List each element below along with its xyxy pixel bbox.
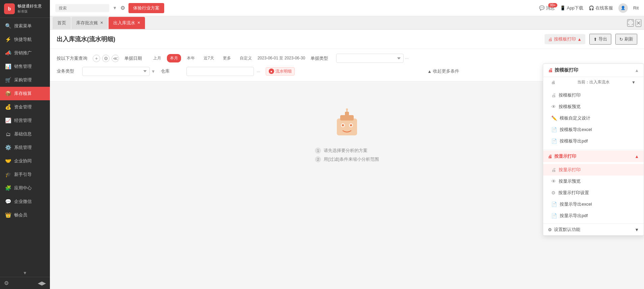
app-download-btn[interactable]: 📱 App下载	[560, 5, 583, 11]
tab-home[interactable]: 首页	[53, 17, 71, 29]
dropdown-template-items: 🖨 按模板打印 👁 按模板预览 ✏️ 模板自定义设计 📄 按模板导出excel …	[543, 87, 644, 149]
display-settings-icon: ⚙	[551, 190, 556, 195]
online-service-label: 在线客服	[595, 5, 613, 11]
dropdown-display-excel[interactable]: 📄 按显示导出excel	[543, 199, 644, 210]
export-btn[interactable]: ⬆ 导出	[589, 34, 611, 45]
collapse-sidebar-icon[interactable]: ◀▶	[38, 280, 46, 286]
filter-biz-chevron-icon[interactable]: ▼	[151, 69, 155, 74]
sidebar-item-inventory[interactable]: 📦 库存核算	[0, 87, 50, 100]
template-preview-item-icon: 👁	[551, 104, 556, 109]
dropdown-display-section-header[interactable]: 🖨 按显示打印 ▲	[543, 151, 644, 162]
dropdown-template-design[interactable]: ✏️ 模板自定义设计	[543, 112, 644, 124]
sidebar-item-operations[interactable]: 📈 经营管理	[0, 114, 50, 127]
filter-biz-select[interactable]	[82, 67, 150, 76]
dropdown-display-preview[interactable]: 👁 按显示预览	[543, 176, 644, 187]
warehouse-more-icon[interactable]: ···	[257, 69, 260, 74]
avatar: 👤	[618, 3, 628, 13]
dropdown-template-print[interactable]: 🖨 按模板打印	[543, 89, 644, 101]
dropdown-template-excel[interactable]: 📄 按模板导出excel	[543, 124, 644, 135]
printer-header-icon: 🖨	[548, 68, 553, 73]
dropdown-template-preview[interactable]: 👁 按模板预览	[543, 101, 644, 112]
filter-type-select[interactable]	[336, 54, 404, 63]
date-shortcut-this-year[interactable]: 本年	[184, 54, 198, 62]
filter-warehouse-input[interactable]	[186, 67, 254, 76]
tab-flow-label: 出入库流水	[113, 20, 135, 26]
template-design-item-label: 模板自定义设计	[560, 115, 590, 121]
sidebar-item-system[interactable]: ⚙️ 系统管理	[0, 141, 50, 154]
industry-btn[interactable]: 体验行业方案	[128, 3, 164, 13]
sidebar-item-search[interactable]: 🔍 搜索菜单	[0, 19, 50, 33]
sidebar-scroll-down[interactable]: ▼	[0, 269, 50, 277]
username-label[interactable]: Rit	[633, 5, 639, 10]
export-icon: ⬆	[593, 37, 597, 42]
sidebar-item-base[interactable]: 🗂 基础信息	[0, 127, 50, 141]
sidebar-item-quicknav[interactable]: ⚡ 快捷导航	[0, 33, 50, 46]
default-func-icon: ⚙	[548, 227, 552, 232]
sidebar-item-apps-label: 应用中心	[14, 185, 32, 191]
default-func-chevron: ▼	[635, 227, 639, 232]
sidebar-item-wechat[interactable]: 💬 企业微信	[0, 195, 50, 208]
sidebar-item-purchase[interactable]: 🛒 采购管理	[0, 73, 50, 87]
tab-flow[interactable]: 出入库流水 ✕	[109, 17, 145, 29]
collapse-more-btn[interactable]: ▲ 收起更多条件	[427, 68, 459, 74]
sidebar-item-member[interactable]: 👑 畅会员	[0, 208, 50, 222]
sidebar-item-finance[interactable]: 💰 资金管理	[0, 100, 50, 114]
window-close-btn[interactable]: ✕	[636, 19, 641, 27]
sidebar-item-marketing[interactable]: 📣 营销推广	[0, 46, 50, 60]
display-print-label: 按显示打印	[559, 167, 581, 173]
template-print-btn[interactable]: 🖨 按模板打印 ▲	[545, 34, 585, 44]
collab-icon: 🤝	[5, 158, 11, 164]
dropdown-header: 🖨 按模板打印 ▲	[543, 64, 644, 77]
sidebar-item-apps[interactable]: 🧩 应用中心	[0, 181, 50, 195]
dropdown-current-chevron: ▼	[632, 80, 636, 85]
quicknav-icon: ⚡	[5, 36, 11, 43]
tip-text-1: 请先选择要分析的方案	[324, 148, 368, 154]
date-shortcut-last-month[interactable]: 上月	[150, 54, 164, 62]
filter-settings-btn[interactable]: ⚙	[102, 55, 110, 62]
app-name: 畅捷通好生意	[18, 4, 42, 9]
display-section-chevron[interactable]: ▲	[635, 154, 639, 159]
sidebar: b 畅捷通好生意 标准版 🔍 搜索菜单 ⚡ 快捷导航 📣 营销推广 📊 销售管理…	[0, 0, 50, 289]
dropdown-title-text: 按模板打印	[555, 67, 578, 73]
tabbar: 首页 库存批次账 ✕ 出入库流水 ✕ ⛶ ✕	[50, 16, 644, 30]
date-shortcut-7days[interactable]: 近7天	[201, 54, 217, 62]
dropdown-display-print[interactable]: 🖨 按显示打印	[543, 164, 644, 176]
dropdown-display-settings[interactable]: ⚙ 按显示打印设置	[543, 187, 644, 199]
sidebar-item-collab[interactable]: 🤝 企业协同	[0, 154, 50, 168]
date-shortcut-this-month[interactable]: 本月	[167, 54, 181, 62]
topbar-chevron-icon[interactable]: ▼	[113, 5, 117, 10]
tip-num-1: 1	[315, 148, 321, 154]
dropdown-template-pdf[interactable]: 📄 按模板导出pdf	[543, 135, 644, 147]
sidebar-item-guide[interactable]: 🎓 新手引导	[0, 168, 50, 181]
tab-batch-close[interactable]: ✕	[100, 21, 103, 25]
template-pdf-item-icon: 📄	[551, 138, 557, 144]
template-excel-item-icon: 📄	[551, 127, 557, 132]
online-service-btn[interactable]: 🎧 在线客服	[589, 5, 613, 11]
filter-type-more[interactable]: ···	[405, 56, 409, 61]
sidebar-item-sales[interactable]: 📊 销售管理	[0, 60, 50, 73]
topbar-gear-icon[interactable]: ⚙	[120, 5, 125, 11]
messages-badge: 99+	[548, 3, 557, 7]
refresh-btn[interactable]: ↻ 刷新	[615, 34, 637, 45]
dropdown-display-section-title: 🖨 按显示打印	[548, 153, 576, 159]
display-pdf-icon: 📄	[551, 213, 557, 218]
settings-icon[interactable]: ⚙	[4, 280, 9, 286]
tab-batch-label: 库存批次账	[76, 20, 98, 26]
messages-btn[interactable]: 💬 消息 99+	[539, 5, 555, 11]
date-shortcut-custom[interactable]: 自定义	[237, 54, 255, 62]
display-preview-icon: 👁	[551, 179, 556, 184]
tab-flow-close[interactable]: ✕	[137, 21, 140, 25]
topbar-search-input[interactable]	[55, 4, 109, 12]
date-shortcut-more[interactable]: 更多	[220, 54, 234, 62]
filter-collapse-btn[interactable]: ≪	[112, 55, 119, 62]
filter-add-btn[interactable]: +	[93, 55, 100, 62]
dropdown-display-pdf[interactable]: 📄 按显示导出pdf	[543, 210, 644, 221]
sidebar-item-member-label: 畅会员	[14, 212, 27, 218]
dropdown-panel: 🖨 按模板打印 ▲ 🖨 当前：出入库流水 ▼ 🖨 按模板打印 👁 按	[543, 63, 644, 236]
page-header-actions: 🖨 按模板打印 ▲ ⬆ 导出 ↻ 刷新	[545, 34, 637, 45]
tab-expand-btn[interactable]: ⛶	[627, 19, 634, 27]
dropdown-current[interactable]: 🖨 当前：出入库流水 ▼	[543, 77, 644, 87]
dropdown-bottom[interactable]: ⚙ 设置默认功能 ▼	[543, 224, 644, 235]
tab-batch[interactable]: 库存批次账 ✕	[71, 17, 108, 29]
dropdown-close-icon[interactable]: ▲	[635, 68, 639, 73]
